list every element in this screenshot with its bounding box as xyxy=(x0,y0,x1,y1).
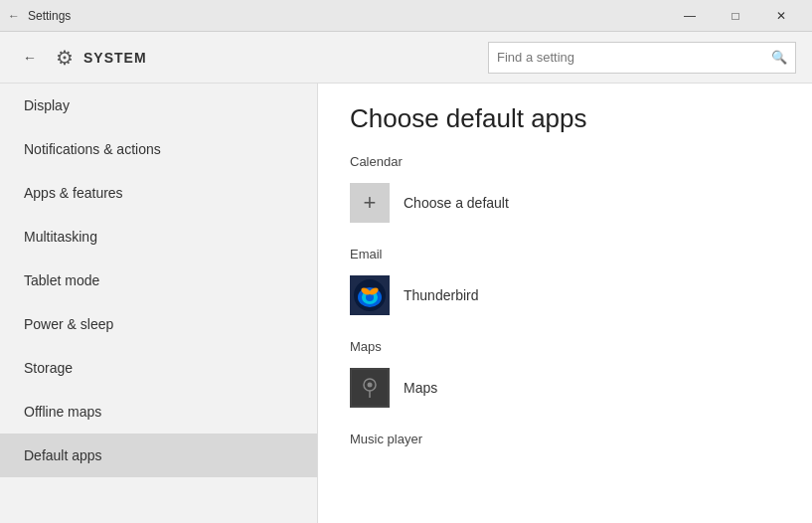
title-bar-controls: — □ ✕ xyxy=(667,0,804,32)
header: ← ⚙ SYSTEM 🔍 xyxy=(0,32,812,84)
main: Display Notifications & actions Apps & f… xyxy=(0,84,812,523)
email-section: Email Thunderbird xyxy=(350,247,780,319)
sidebar-item-label: Power & sleep xyxy=(24,316,113,332)
svg-rect-6 xyxy=(352,370,388,406)
sidebar-item-label: Default apps xyxy=(24,447,102,463)
calendar-app-name: Choose a default xyxy=(404,195,509,211)
maps-label: Maps xyxy=(350,339,780,354)
page-title: Choose default apps xyxy=(350,103,780,134)
title-bar-left: ← Settings xyxy=(8,9,71,23)
back-title-icon: ← xyxy=(8,9,20,23)
calendar-label: Calendar xyxy=(350,154,780,169)
sidebar-item-default-apps[interactable]: Default apps xyxy=(0,434,317,477)
system-label: SYSTEM xyxy=(83,50,147,66)
email-app-row[interactable]: Thunderbird xyxy=(350,271,780,319)
email-app-name: Thunderbird xyxy=(404,287,479,303)
search-icon: 🔍 xyxy=(771,50,787,65)
maps-section: Maps Maps xyxy=(350,339,780,412)
sidebar-item-label: Tablet mode xyxy=(24,272,99,288)
sidebar-item-label: Notifications & actions xyxy=(24,141,161,157)
header-left: ← ⚙ SYSTEM xyxy=(16,44,147,72)
title-bar-title: Settings xyxy=(28,9,71,23)
sidebar-item-multitasking[interactable]: Multitasking xyxy=(0,215,317,259)
back-button[interactable]: ← xyxy=(16,44,44,72)
sidebar-item-notifications[interactable]: Notifications & actions xyxy=(0,127,317,171)
sidebar-item-power-sleep[interactable]: Power & sleep xyxy=(0,302,317,346)
calendar-app-icon: + xyxy=(350,183,390,223)
sidebar-item-label: Display xyxy=(24,97,70,113)
close-button[interactable]: ✕ xyxy=(758,0,804,32)
sidebar-item-storage[interactable]: Storage xyxy=(0,346,317,390)
music-player-label: Music player xyxy=(350,432,780,446)
email-label: Email xyxy=(350,247,780,262)
title-bar: ← Settings — □ ✕ xyxy=(0,0,812,32)
sidebar-item-apps-features[interactable]: Apps & features xyxy=(0,171,317,215)
sidebar-item-label: Storage xyxy=(24,360,73,376)
sidebar-item-offline-maps[interactable]: Offline maps xyxy=(0,390,317,434)
calendar-section: Calendar + Choose a default xyxy=(350,154,780,227)
sidebar-item-label: Offline maps xyxy=(24,404,101,420)
sidebar-item-label: Multitasking xyxy=(24,229,97,245)
maps-app-name: Maps xyxy=(404,380,437,396)
music-player-section: Music player xyxy=(350,432,780,446)
search-input[interactable] xyxy=(497,50,767,65)
search-box[interactable]: 🔍 xyxy=(488,42,796,74)
calendar-app-row[interactable]: + Choose a default xyxy=(350,179,780,227)
plus-icon: + xyxy=(364,192,377,214)
maps-app-row[interactable]: Maps xyxy=(350,364,780,412)
maximize-button[interactable]: □ xyxy=(713,0,758,32)
sidebar-item-tablet-mode[interactable]: Tablet mode xyxy=(0,259,317,302)
sidebar: Display Notifications & actions Apps & f… xyxy=(0,84,318,523)
gear-icon: ⚙ xyxy=(56,46,74,70)
sidebar-item-display[interactable]: Display xyxy=(0,84,317,127)
svg-point-8 xyxy=(368,383,373,388)
header-logo: ⚙ SYSTEM xyxy=(56,46,147,70)
thunderbird-app-icon xyxy=(350,275,390,315)
content-area: Choose default apps Calendar + Choose a … xyxy=(318,84,812,523)
minimize-button[interactable]: — xyxy=(667,0,713,32)
maps-app-icon xyxy=(350,368,390,408)
sidebar-item-label: Apps & features xyxy=(24,185,123,201)
